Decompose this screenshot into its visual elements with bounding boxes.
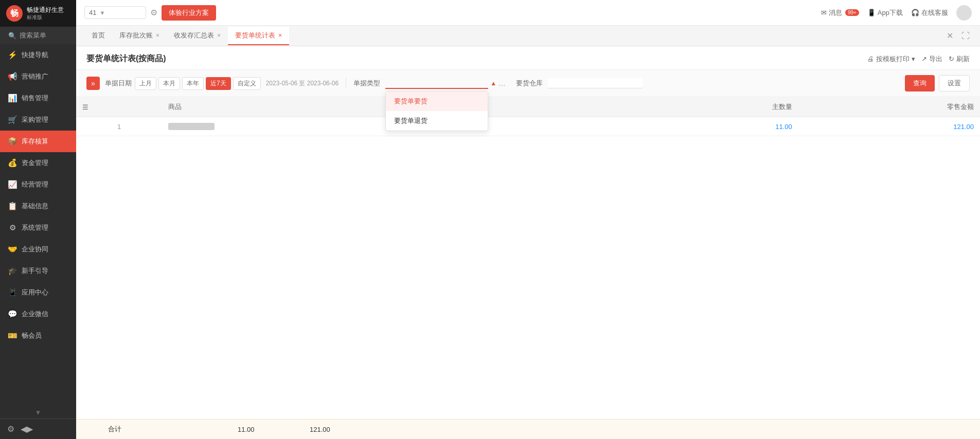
tab-close[interactable]: × bbox=[156, 32, 159, 39]
print-chevron-icon: ▾ bbox=[912, 55, 915, 63]
type-dropdown-arrow[interactable]: ▲ bbox=[490, 80, 496, 87]
date-btn-近7天[interactable]: 近7天 bbox=[206, 77, 231, 90]
date-btn-上月[interactable]: 上月 bbox=[135, 77, 156, 90]
sidebar-item-经营管理[interactable]: 📈 经营管理 bbox=[0, 174, 76, 195]
warehouse-label: 要货仓库 bbox=[516, 79, 543, 88]
tab-close[interactable]: × bbox=[217, 32, 221, 39]
app-name: 畅捷通好生意 bbox=[27, 6, 64, 14]
date-btn-本年[interactable]: 本年 bbox=[182, 77, 204, 90]
filter-divider bbox=[346, 78, 346, 88]
sidebar-label: 应用中心 bbox=[22, 288, 48, 297]
sidebar-icon: 💰 bbox=[7, 158, 17, 168]
sidebar-item-应用中心[interactable]: 📱 应用中心 bbox=[0, 282, 76, 303]
query-button[interactable]: 查询 bbox=[905, 75, 935, 92]
shop-selector[interactable]: 41 ▼ bbox=[84, 6, 146, 19]
search-icon: 🔍 bbox=[8, 32, 16, 40]
warehouse-input[interactable] bbox=[548, 78, 643, 88]
sidebar-search[interactable]: 🔍 搜索菜单 bbox=[0, 27, 76, 44]
sidebar-footer: ⚙ ◀▶ bbox=[0, 418, 76, 439]
tab-label: 首页 bbox=[92, 31, 105, 40]
phone-icon: 📱 bbox=[867, 9, 876, 16]
messages-badge: 99+ bbox=[845, 9, 859, 16]
tab-close[interactable]: × bbox=[278, 32, 282, 39]
online-service-action[interactable]: 🎧 在线客服 bbox=[911, 8, 948, 17]
settings-footer-icon[interactable]: ⚙ bbox=[7, 424, 14, 434]
sidebar-label: 营销推广 bbox=[22, 72, 48, 81]
tab-close-all[interactable]: ✕ bbox=[945, 29, 955, 43]
table-footer: 合计 11.00 121.00 bbox=[76, 419, 980, 439]
topbar-settings-icon[interactable]: ⚙ bbox=[150, 8, 157, 17]
tabbar: 首页库存批次账×收发存汇总表×要货单统计表× ✕ ⛶ bbox=[76, 26, 980, 46]
filter-settings-button[interactable]: 设置 bbox=[939, 75, 970, 92]
page-content: 要货单统计表(按商品) 🖨 按模板打印 ▾ ↗ 导出 ↻ 刷新 » bbox=[76, 46, 980, 439]
sidebar-label: 企业协同 bbox=[22, 245, 48, 254]
sidebar-icon: 🛒 bbox=[7, 115, 17, 125]
tab-0[interactable]: 首页 bbox=[84, 27, 112, 45]
sidebar-icon: ⚡ bbox=[7, 50, 17, 60]
shop-chevron-icon: ▼ bbox=[99, 10, 105, 16]
app-logo: 畅 畅捷通好生意 标准版 bbox=[0, 0, 76, 27]
sidebar-item-企业协同[interactable]: 🤝 企业协同 bbox=[0, 239, 76, 260]
shop-name: 41 bbox=[89, 9, 96, 16]
dropdown-item-要货单要货[interactable]: 要货单要货 bbox=[386, 92, 488, 111]
col-header-retail_amount: 零售金额 bbox=[798, 97, 980, 117]
sidebar-item-销售管理[interactable]: 📊 销售管理 bbox=[0, 87, 76, 109]
sidebar-item-企业微信[interactable]: 💬 企业微信 bbox=[0, 303, 76, 325]
filter-more-icon[interactable]: … bbox=[498, 79, 506, 87]
table-row: 1 块 11.00 121.00 bbox=[76, 117, 980, 136]
sidebar-item-新手引导[interactable]: 🎓 新手引导 bbox=[0, 260, 76, 282]
sidebar-icon: 📊 bbox=[7, 93, 17, 103]
sidebar-label: 采购管理 bbox=[22, 115, 48, 124]
tab-label: 库存批次账 bbox=[119, 31, 153, 40]
col-header-quantity: 主数量 bbox=[648, 97, 798, 117]
sidebar-icon: 🎓 bbox=[7, 266, 17, 276]
type-dropdown-menu: 要货单要货要货单退货 bbox=[385, 91, 488, 131]
sidebar-item-资金管理[interactable]: 💰 资金管理 bbox=[0, 152, 76, 174]
tabbar-actions: ✕ ⛶ bbox=[945, 29, 972, 43]
type-filter-input[interactable] bbox=[385, 78, 488, 89]
sidebar-item-系统管理[interactable]: ⚙ 系统管理 bbox=[0, 217, 76, 239]
date-btn-本月[interactable]: 本月 bbox=[158, 77, 180, 90]
tab-expand[interactable]: ⛶ bbox=[959, 29, 972, 43]
sidebar-icon: 📢 bbox=[7, 71, 17, 82]
footer-total-label: 合计 bbox=[108, 425, 121, 433]
sidebar-item-快捷导航[interactable]: ⚡ 快捷导航 bbox=[0, 44, 76, 66]
messages-action[interactable]: ✉ 消息 99+ bbox=[821, 8, 859, 17]
sidebar-item-畅会员[interactable]: 🎫 畅会员 bbox=[0, 325, 76, 346]
sidebar-item-库存核算[interactable]: 📦 库存核算 bbox=[0, 131, 76, 152]
sidebar-item-采购管理[interactable]: 🛒 采购管理 bbox=[0, 109, 76, 131]
refresh-icon: ↻ bbox=[949, 55, 954, 63]
print-icon: 🖨 bbox=[867, 55, 874, 63]
sidebar-item-营销推广[interactable]: 📢 营销推广 bbox=[0, 66, 76, 87]
app-download-action[interactable]: 📱 App下载 bbox=[867, 8, 903, 17]
sidebar-label: 企业微信 bbox=[22, 309, 48, 319]
dropdown-item-要货单退货[interactable]: 要货单退货 bbox=[386, 111, 488, 131]
filter-bar: » 单据日期 上月本月本年近7天自定义 2023-05-06 至 2023-06… bbox=[76, 70, 980, 97]
message-icon: ✉ bbox=[821, 9, 827, 16]
col-header-settings[interactable]: ☰ bbox=[76, 97, 162, 117]
trial-button[interactable]: 体验行业方案 bbox=[162, 5, 216, 21]
date-filter-label: 单据日期 bbox=[105, 79, 132, 88]
page-header: 要货单统计表(按商品) 🖨 按模板打印 ▾ ↗ 导出 ↻ 刷新 bbox=[76, 46, 980, 70]
sidebar-icon: 📈 bbox=[7, 179, 17, 190]
main-area: 41 ▼ ⚙ 体验行业方案 ✉ 消息 99+ 📱 App下载 🎧 在线客服 bbox=[76, 0, 980, 439]
messages-label: 消息 bbox=[829, 8, 842, 17]
export-button[interactable]: ↗ 导出 bbox=[921, 54, 942, 64]
filter-toggle-btn[interactable]: » bbox=[86, 77, 100, 90]
sidebar-icon: 📱 bbox=[7, 287, 17, 298]
collapse-icon[interactable]: ◀▶ bbox=[21, 424, 33, 434]
date-btn-自定义[interactable]: 自定义 bbox=[233, 77, 261, 90]
print-button[interactable]: 🖨 按模板打印 ▾ bbox=[867, 54, 915, 64]
tab-2[interactable]: 收发存汇总表× bbox=[167, 27, 228, 45]
online-service-label: 在线客服 bbox=[921, 8, 948, 17]
cell-index: 1 bbox=[76, 117, 162, 136]
cell-retail-amount: 121.00 bbox=[798, 117, 980, 136]
sidebar-nav: ⚡ 快捷导航 📢 营销推广 📊 销售管理 🛒 采购管理 📦 库存核算 💰 资金管… bbox=[0, 44, 76, 407]
tab-label: 收发存汇总表 bbox=[174, 31, 214, 40]
refresh-button[interactable]: ↻ 刷新 bbox=[949, 54, 970, 64]
sidebar-item-基础信息[interactable]: 📋 基础信息 bbox=[0, 195, 76, 217]
user-avatar[interactable] bbox=[956, 5, 972, 21]
sidebar-scroll-down[interactable]: ▼ bbox=[0, 407, 76, 418]
tab-1[interactable]: 库存批次账× bbox=[112, 27, 167, 45]
tab-3[interactable]: 要货单统计表× bbox=[228, 27, 289, 45]
